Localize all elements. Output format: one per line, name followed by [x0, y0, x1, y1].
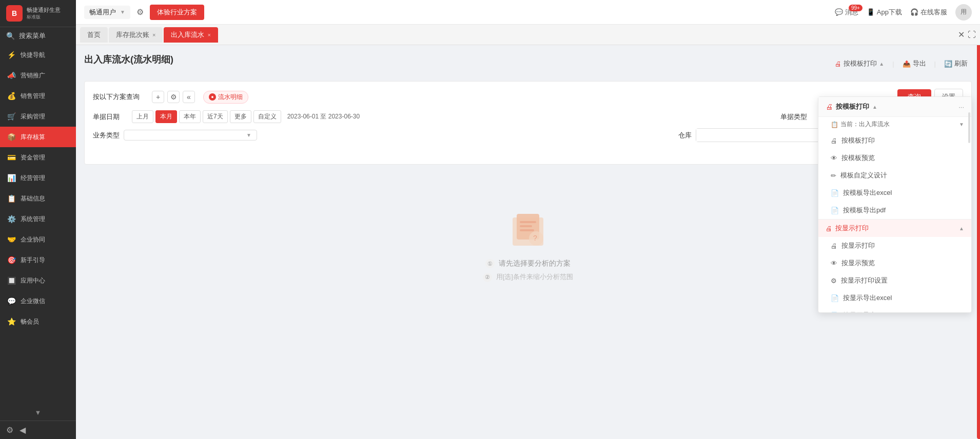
user-area[interactable]: 畅通用户 ▼	[84, 6, 130, 19]
filter-title: 按以下方案查询	[93, 92, 140, 102]
tab-home-label: 首页	[87, 30, 101, 39]
tab-flow[interactable]: 出入库流水 ×	[164, 27, 218, 43]
sidebar-scroll-down[interactable]: ▼	[33, 407, 44, 418]
sidebar-search[interactable]: 🔍 搜索菜单	[0, 27, 76, 45]
quick-nav-label: 快捷导航	[21, 51, 45, 59]
date-btn-7days[interactable]: 近7天	[203, 110, 228, 123]
date-btn-this-year[interactable]: 本年	[179, 110, 201, 123]
inventory-icon: 📦	[6, 132, 16, 142]
search-icon: 🔍	[6, 32, 15, 40]
export-btn[interactable]: 📤 导出	[898, 57, 930, 70]
excel-display-icon: 📄	[831, 294, 839, 302]
hint-number-2: ②	[483, 273, 492, 282]
avatar-text: 用	[961, 8, 967, 16]
empty-icon: ?	[507, 210, 548, 251]
sidebar-item-wechat[interactable]: 💬 企业微信	[0, 291, 76, 311]
sidebar-item-label: 系统管理	[21, 215, 45, 224]
purchase-icon: 🛒	[6, 111, 16, 122]
print-display-icon: 🖨	[831, 242, 837, 250]
tabbar-close-btn[interactable]: ✕	[958, 30, 965, 39]
sidebar-item-inventory[interactable]: 📦 库存核算	[0, 127, 76, 147]
dropdown-item-export-excel-display[interactable]: 📄 按显示导出excel	[818, 289, 971, 307]
sidebar-bottom: ⚙ ◀	[0, 421, 76, 439]
sidebar-settings-btn[interactable]: ⚙	[6, 425, 13, 435]
dropdown-current: 📋 当前：出入库流水 ▼	[818, 117, 971, 132]
date-btn-more[interactable]: 更多	[230, 110, 251, 123]
sidebar-item-operation[interactable]: 📊 经营管理	[0, 168, 76, 188]
app-download-label: App下载	[877, 8, 902, 17]
tab-batch-close[interactable]: ×	[152, 32, 155, 38]
filter-collapse-btn[interactable]: «	[183, 91, 195, 103]
app-download-btn[interactable]: 📱 App下载	[867, 8, 902, 17]
user-name: 畅通用户	[89, 8, 116, 17]
page-content: 出入库流水(流水明细) 🖨 按模板打印 ▲ | 📤 导出 | 🔄	[76, 45, 980, 439]
sidebar-item-enterprise[interactable]: 🤝 企业协同	[0, 229, 76, 250]
separator2: |	[934, 60, 936, 68]
online-service-btn[interactable]: 🎧 在线客服	[910, 8, 947, 17]
print-template-btn[interactable]: 🖨 按模板打印 ▲	[831, 57, 888, 70]
sidebar-item-quick-nav[interactable]: ⚡ 快捷导航	[0, 45, 76, 65]
date-btn-custom[interactable]: 自定义	[253, 110, 281, 123]
biz-type-select[interactable]: ▼	[124, 130, 257, 141]
tab-flow-label: 出入库流水	[171, 30, 204, 39]
dropdown-item-export-pdf-display[interactable]: 📄 按显示导出pdf	[818, 307, 971, 312]
settings-icon: ⚙	[170, 93, 177, 101]
biz-type-arrow-icon: ▼	[246, 132, 251, 138]
dropdown-item-custom-template[interactable]: ✏ 模板自定义设计	[818, 167, 971, 184]
sales-icon: 💰	[6, 91, 16, 101]
dropdown-section-up-icon: ▲	[959, 226, 964, 231]
topbar-settings-icon[interactable]: ⚙	[136, 7, 144, 17]
current-icon: 📋	[831, 121, 838, 128]
hint-number-1: ①	[485, 259, 495, 268]
dropdown-section-display: 🖨 按显示打印 👁 按显示预览 ⚙ 按显示打印设置 📄	[818, 237, 971, 312]
filter-tag: ● 流水明细	[203, 91, 248, 104]
sidebar-collapse-btn[interactable]: ◀	[19, 425, 26, 435]
sidebar-item-member[interactable]: ⭐ 畅会员	[0, 311, 76, 332]
dropdown-item-export-pdf-template[interactable]: 📄 按模板导出pdf	[818, 202, 971, 219]
tabbar-expand-btn[interactable]: ⛶	[968, 30, 976, 39]
sidebar-item-base[interactable]: 📋 基础信息	[0, 188, 76, 209]
dropdown-section-display-header[interactable]: 🖨 按显示打印 ▲	[818, 220, 971, 237]
sidebar-item-purchase[interactable]: 🛒 采购管理	[0, 106, 76, 127]
item-label: 按显示导出pdf	[843, 311, 886, 312]
marketing-icon: 📣	[6, 70, 16, 81]
warehouse-label: 仓库	[678, 131, 692, 140]
sidebar-item-guide[interactable]: 🎯 新手引导	[0, 250, 76, 270]
date-btn-last-month[interactable]: 上月	[132, 110, 153, 123]
refresh-btn[interactable]: 🔄 刷新	[940, 57, 972, 70]
dropdown-item-print-template[interactable]: 🖨 按模板打印	[818, 132, 971, 149]
avatar[interactable]: 用	[955, 4, 972, 21]
tab-home[interactable]: 首页	[80, 27, 108, 43]
dropdown-item-print-display[interactable]: 🖨 按显示打印	[818, 237, 971, 254]
filter-actions: + ⚙ «	[152, 91, 195, 103]
dropdown-panel: 🖨 按模板打印 ▲ ··· 📋 当前：出入库流水 ▼	[818, 96, 972, 313]
filter-add-btn[interactable]: +	[152, 91, 164, 103]
dropdown-item-export-excel-template[interactable]: 📄 按模板导出excel	[818, 184, 971, 202]
sidebar-item-appcenter[interactable]: 🔲 应用中心	[0, 270, 76, 291]
tab-batch-label: 库存批次账	[116, 30, 149, 39]
user-chevron-icon: ▼	[120, 9, 125, 15]
dropdown-item-preview-display[interactable]: 👁 按显示预览	[818, 254, 971, 272]
collapse-icon: «	[187, 93, 191, 101]
sidebar-item-finance[interactable]: 💳 资金管理	[0, 147, 76, 168]
printer-icon: 🖨	[835, 60, 841, 68]
message-btn[interactable]: 💬 消息 99+	[835, 8, 858, 17]
appcenter-icon: 🔲	[6, 275, 16, 286]
sidebar-item-sales[interactable]: 💰 销售管理	[0, 86, 76, 106]
tag-icon: ●	[209, 93, 216, 101]
dropdown-item-print-settings-display[interactable]: ⚙ 按显示打印设置	[818, 272, 971, 289]
settings-display-icon: ⚙	[831, 277, 837, 285]
tab-flow-close[interactable]: ×	[207, 32, 210, 38]
tab-batch[interactable]: 库存批次账 ×	[109, 27, 163, 43]
trial-btn[interactable]: 体验行业方案	[150, 5, 204, 20]
sidebar-item-marketing[interactable]: 📣 营销推广	[0, 65, 76, 86]
dropdown-more-icon[interactable]: ···	[958, 103, 964, 111]
sidebar-item-label: 采购管理	[21, 112, 45, 121]
sidebar-item-system[interactable]: ⚙️ 系统管理	[0, 209, 76, 229]
filter-settings-btn[interactable]: ⚙	[167, 91, 180, 103]
main-content: 畅通用户 ▼ ⚙ 体验行业方案 💬 消息 99+ 📱 App下载 🎧	[76, 0, 980, 439]
dropdown-item-preview-template[interactable]: 👁 按模板预览	[818, 149, 971, 167]
date-btn-this-month[interactable]: 本月	[155, 110, 177, 123]
refresh-label: 刷新	[954, 59, 968, 68]
online-service-label: 在线客服	[920, 8, 947, 17]
